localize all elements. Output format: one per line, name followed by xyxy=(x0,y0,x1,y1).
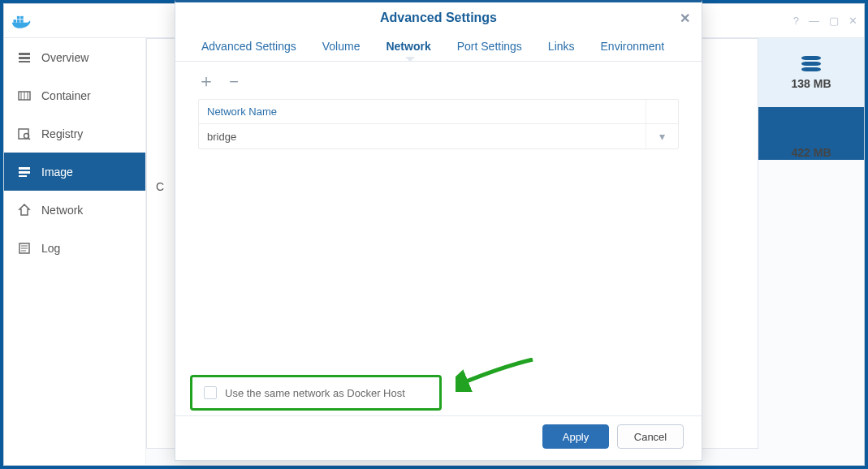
database-icon xyxy=(801,56,821,72)
registry-icon xyxy=(17,127,32,140)
svg-rect-6 xyxy=(19,57,30,59)
header-spacer xyxy=(646,100,678,123)
host-network-label: Use the same network as Docker Host xyxy=(225,387,405,399)
svg-rect-5 xyxy=(19,53,30,55)
docker-logo xyxy=(11,12,33,30)
host-network-checkbox[interactable] xyxy=(204,386,217,399)
dialog-title: Advanced Settings ✕ xyxy=(175,2,702,32)
add-network-button[interactable]: ＋ xyxy=(198,73,214,89)
image-size: 138 MB xyxy=(791,77,831,90)
tab-port-settings[interactable]: Port Settings xyxy=(444,32,535,61)
image-size: 422 MB xyxy=(791,146,831,159)
sidebar-item-overview[interactable]: Overview xyxy=(4,38,145,76)
help-icon[interactable]: ? xyxy=(793,15,799,27)
svg-rect-15 xyxy=(19,167,30,170)
svg-rect-7 xyxy=(19,61,30,62)
sidebar-item-label: Network xyxy=(41,204,83,217)
sidebar: Overview Container Registry Image Networ… xyxy=(4,38,146,465)
close-icon[interactable]: ✕ xyxy=(680,11,690,26)
sidebar-item-container[interactable]: Container xyxy=(4,76,145,114)
dialog-tabs: Advanced Settings Volume Network Port Se… xyxy=(175,32,702,62)
right-rail: 138 MB 422 MB xyxy=(758,38,864,176)
image-card[interactable]: 138 MB xyxy=(758,38,864,107)
table-header: Network Name xyxy=(199,100,678,124)
network-toolbar: ＋ － xyxy=(198,71,679,99)
apply-button[interactable]: Apply xyxy=(542,424,609,449)
svg-rect-2 xyxy=(20,19,24,23)
advanced-settings-dialog: Advanced Settings ✕ Advanced Settings Vo… xyxy=(175,0,702,461)
window-controls: ? — ▢ ✕ xyxy=(793,15,857,27)
tab-links[interactable]: Links xyxy=(535,32,588,61)
tab-environment[interactable]: Environment xyxy=(588,32,678,61)
tab-advanced-settings[interactable]: Advanced Settings xyxy=(188,32,309,61)
log-icon xyxy=(17,242,32,255)
host-network-option: Use the same network as Docker Host xyxy=(190,375,442,411)
svg-rect-1 xyxy=(17,19,20,23)
container-icon xyxy=(17,89,32,102)
cancel-button[interactable]: Cancel xyxy=(617,424,684,449)
overview-icon xyxy=(17,51,32,64)
col-network-name: Network Name xyxy=(199,105,646,118)
database-icon xyxy=(801,125,821,141)
svg-rect-16 xyxy=(19,171,30,174)
sidebar-item-registry[interactable]: Registry xyxy=(4,114,145,153)
sidebar-item-label: Log xyxy=(41,242,60,255)
content-letter: C xyxy=(156,180,164,193)
svg-rect-17 xyxy=(19,175,27,177)
dialog-body: ＋ － Network Name bridge ▾ Use the same n xyxy=(175,62,702,415)
svg-rect-3 xyxy=(17,15,20,19)
sidebar-item-label: Overview xyxy=(41,51,89,64)
sidebar-item-label: Registry xyxy=(41,127,83,140)
remove-network-button[interactable]: － xyxy=(226,73,242,89)
sidebar-item-label: Image xyxy=(41,166,73,179)
sidebar-item-network[interactable]: Network xyxy=(4,191,145,229)
sidebar-item-image[interactable]: Image xyxy=(4,153,145,191)
dialog-title-label: Advanced Settings xyxy=(380,11,497,24)
dialog-footer: Apply Cancel xyxy=(175,415,702,460)
svg-rect-0 xyxy=(14,19,17,23)
table-row[interactable]: bridge ▾ xyxy=(199,124,678,148)
sidebar-item-label: Container xyxy=(41,89,91,102)
tab-network[interactable]: Network xyxy=(373,32,443,61)
maximize-icon[interactable]: ▢ xyxy=(829,15,839,27)
image-card[interactable]: 422 MB xyxy=(758,107,864,176)
network-icon xyxy=(17,204,32,217)
tab-volume[interactable]: Volume xyxy=(309,32,374,61)
svg-rect-4 xyxy=(20,15,24,19)
annotation-arrow xyxy=(456,358,537,394)
network-table: Network Name bridge ▾ xyxy=(198,99,679,149)
close-window-icon[interactable]: ✕ xyxy=(849,15,857,27)
dropdown-icon[interactable]: ▾ xyxy=(646,124,678,148)
minimize-icon[interactable]: — xyxy=(809,15,819,27)
image-icon xyxy=(17,166,32,179)
sidebar-item-log[interactable]: Log xyxy=(4,229,145,267)
network-name-value: bridge xyxy=(199,131,646,143)
